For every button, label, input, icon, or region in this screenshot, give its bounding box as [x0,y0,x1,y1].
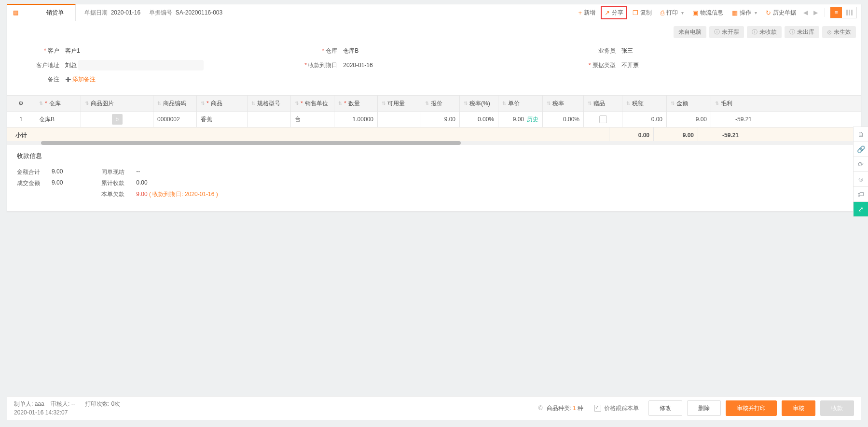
invoice-value[interactable]: 不开票 [621,61,639,70]
col-image[interactable]: ⇅商品图片 [81,96,153,111]
row-uprice[interactable]: 9.00历史 [498,112,543,127]
row-product[interactable]: 香蕉 [197,112,248,127]
copy-button[interactable]: ❐复制 [629,7,655,19]
deal-label: 成交金额 [17,179,52,187]
number-value: SA-20200116-003 [176,9,222,16]
row-taxamt[interactable]: 0.00 [622,112,667,127]
price-follow-checkbox[interactable]: 价格跟踪本单 [594,404,639,413]
new-button[interactable]: +新增 [575,7,599,19]
total-label: 金额合计 [17,168,52,176]
customer-label: 客户 [17,47,59,55]
acc-value: 0.00 [136,179,147,187]
invoice-label: 票据类型 [573,61,616,70]
share-button[interactable]: ↗分享 [601,6,627,19]
row-price[interactable]: 9.00 [421,112,460,127]
col-product[interactable]: ⇅*商品 [197,96,248,111]
col-warehouse[interactable]: ⇅*仓库 [35,96,81,111]
total-value: 9.00 [52,168,63,176]
refresh-icon[interactable]: ⟳ [854,157,868,172]
receive-button[interactable]: 收款 [820,400,854,416]
user-icon[interactable]: ☺ [854,172,868,187]
row-amt[interactable]: 9.00 [667,112,711,127]
col-unit[interactable]: ⇅*销售单位 [291,96,334,111]
info-icon: ⓘ [789,28,795,36]
audit-button[interactable]: 审核 [782,400,815,416]
print-button[interactable]: ⎙打印 [657,7,687,19]
note-label: 备注 [17,75,59,84]
row-spec[interactable] [248,112,291,127]
addr-value[interactable]: 刘总 [65,61,77,70]
status-unshipped: ⓘ未出库 [785,26,819,38]
share-icon: ↗ [605,9,610,16]
footer-info: 制单人: aaa 审核人: -- 打印次数: 0次 2020-01-16 14:… [14,399,120,417]
row-image[interactable]: b [81,112,153,127]
add-note-button[interactable]: 添加备注 [65,75,96,84]
view-toggle[interactable]: ≡ [830,7,857,18]
col-amt[interactable]: ⇅金额 [667,96,711,111]
row-code[interactable]: 0000002 [153,112,197,127]
col-trate[interactable]: ⇅税率(%) [460,96,498,111]
col-settings[interactable]: ⚙ [7,96,35,111]
toolbar: +新增 ↗分享 ❐复制 ⎙打印 ▣物流信息 ▦操作 ↻历史单据 ◀ ▶ ≡ [575,6,861,19]
expand-icon[interactable]: ⤢ [854,202,868,216]
col-avail[interactable]: ⇅可用量 [378,96,421,111]
table-row[interactable]: 1 仓库B b 0000002 香蕉 台 1.00000 9.00 0.00% … [7,112,861,128]
items-table: ⚙ ⇅*仓库 ⇅商品图片 ⇅商品编码 ⇅*商品 ⇅规格型号 ⇅*销售单位 ⇅*数… [7,95,861,145]
row-gross[interactable]: -59.21 [711,112,756,127]
row-warehouse[interactable]: 仓库B [35,112,81,127]
gift-checkbox[interactable] [599,115,607,123]
footer-buttons: 修改 删除 审核并打印 审核 收款 [648,400,854,416]
h-scrollbar[interactable] [7,141,861,145]
col-gross[interactable]: ⇅毛利 [711,96,756,111]
col-gift[interactable]: ⇅赠品 [584,96,622,111]
note-icon[interactable]: 🗎 [854,127,868,142]
sales-label: 业务员 [573,47,616,55]
price-history-link[interactable]: 历史 [527,115,538,124]
settle-label: 同单现结 [101,168,136,176]
col-taxamt[interactable]: ⇅税额 [622,96,667,111]
col-price[interactable]: ⇅报价 [421,96,460,111]
next-button[interactable]: ▶ [812,9,820,16]
date-value: 2020-01-16 [111,9,140,16]
col-uprice[interactable]: ⇅单价 [498,96,543,111]
history-button[interactable]: ↻历史单据 [762,7,799,19]
row-tax[interactable]: 0.00% [543,112,584,127]
col-qty[interactable]: ⇅*数量 [334,96,378,111]
col-tax[interactable]: ⇅税率 [543,96,584,111]
row-qty[interactable]: 1.00000 [334,112,378,127]
view-columns-icon[interactable] [842,7,856,18]
debt-value: 9.00 ( 收款到期日: 2020-01-16 ) [136,190,218,199]
row-gift[interactable] [584,112,622,127]
footer-summary: © 商品种类: 1 种 价格跟踪本单 [538,404,639,413]
row-unit[interactable]: 台 [291,112,334,127]
audit-print-button[interactable]: 审核并打印 [726,400,777,416]
sales-value[interactable]: 张三 [621,47,633,55]
warehouse-value[interactable]: 仓库B [343,47,358,55]
col-spec[interactable]: ⇅规格型号 [248,96,291,111]
tab-label: 销货单 [21,9,64,17]
row-avail[interactable] [378,112,421,127]
view-list-icon[interactable]: ≡ [830,7,842,18]
logistics-button[interactable]: ▣物流信息 [689,7,727,19]
customer-value[interactable]: 客户1 [65,47,80,55]
clock-icon: ↻ [766,9,771,16]
addr-label: 客户地址 [17,61,59,70]
row-trate[interactable]: 0.00% [460,112,498,127]
operations-button[interactable]: ▦操作 [729,7,760,19]
due-value[interactable]: 2020-01-16 [343,62,372,69]
col-code[interactable]: ⇅商品编码 [153,96,197,111]
footer-timestamp: 2020-01-16 14:32:07 [14,408,120,417]
delete-button[interactable]: 删除 [687,400,721,416]
bar-chart-icon: ▥ [13,9,18,16]
copy-icon: ❐ [633,9,638,16]
status-source: 来自电脑 [674,26,706,38]
header-form: 客户客户1 仓库仓库B 业务员张三 客户地址刘总 收款到期日2020-01-16… [7,38,861,95]
acc-label: 累计收款 [101,179,136,187]
prev-button[interactable]: ◀ [801,9,810,16]
tag-icon[interactable]: 🏷 [854,187,868,202]
attachment-icon[interactable]: 🔗 [854,142,868,157]
tab-sales-order[interactable]: ▥ 销货单 [7,4,76,21]
modify-button[interactable]: 修改 [648,400,682,416]
number-label: 单据编号 [149,9,172,16]
deal-value: 9.00 [52,179,63,187]
